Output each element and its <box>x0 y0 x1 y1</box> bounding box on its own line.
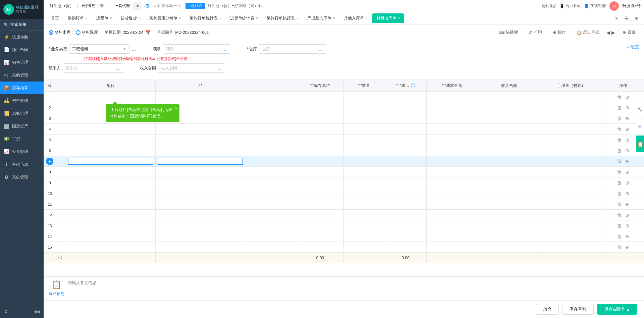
cell[interactable] <box>297 242 343 253</box>
info-icon[interactable]: ⓘ <box>411 83 415 88</box>
right-side-btn-3[interactable]: 📋 <box>636 136 644 152</box>
cell[interactable] <box>297 102 343 113</box>
copy-row-btn[interactable]: ⊕ <box>624 212 631 218</box>
tab-close-icon[interactable]: × <box>110 16 112 20</box>
cell[interactable] <box>156 199 245 210</box>
tooltip-close-btn[interactable]: × <box>175 105 177 112</box>
cell[interactable] <box>426 113 478 124</box>
copy-row-btn[interactable]: ⊕ <box>624 233 631 240</box>
sidebar-item-assets[interactable]: 🏢 固定资产 <box>0 120 44 132</box>
top-nav-finance[interactable]: +好业财（普） <box>79 2 111 10</box>
cell[interactable] <box>297 145 343 156</box>
cell[interactable] <box>297 199 343 210</box>
project-input[interactable]: 项目 … <box>163 44 230 54</box>
sidebar-item-search[interactable]: 🔍 搜索菜单 <box>0 19 44 31</box>
cell[interactable] <box>385 199 427 210</box>
cell[interactable] <box>385 135 427 145</box>
sidebar-item-sales[interactable]: 📊 销售管理 <box>0 56 44 69</box>
warehouse-dots[interactable]: … <box>318 46 323 52</box>
cell[interactable] <box>426 242 478 253</box>
project-dots[interactable]: … <box>222 46 227 52</box>
cell[interactable] <box>297 135 343 145</box>
cell[interactable] <box>385 231 427 242</box>
handler-dots[interactable]: … <box>115 65 120 71</box>
delete-row-btn[interactable]: 🗑 <box>616 212 623 218</box>
cell[interactable] <box>478 167 540 177</box>
save-draft-button[interactable]: 保存草稿 <box>562 304 594 315</box>
cell[interactable] <box>385 188 427 199</box>
cell[interactable] <box>478 135 540 145</box>
warehouse-input[interactable]: 仓库 … <box>259 44 326 54</box>
cell[interactable] <box>426 199 478 210</box>
settings-display-btn[interactable]: ⚙ 设置 <box>619 28 639 37</box>
cell[interactable] <box>343 92 385 102</box>
cell-input-2[interactable] <box>156 156 245 167</box>
cell[interactable] <box>245 242 297 253</box>
cell[interactable] <box>66 231 156 242</box>
cell[interactable] <box>156 220 245 231</box>
cell[interactable] <box>343 210 385 220</box>
add-row-btn[interactable]: + <box>46 158 53 165</box>
delete-row-btn[interactable]: 🗑 <box>616 137 623 143</box>
cell[interactable] <box>385 156 427 167</box>
cell[interactable] <box>385 92 427 102</box>
copy-row-btn[interactable]: ⊕ <box>624 115 631 122</box>
cell[interactable] <box>540 220 602 231</box>
cell[interactable] <box>66 124 156 135</box>
delete-row-btn[interactable]: 🗑 <box>616 147 623 154</box>
cell[interactable] <box>540 231 602 242</box>
cell[interactable] <box>426 167 478 177</box>
copy-row-btn[interactable]: ⊕ <box>624 179 631 186</box>
cell[interactable] <box>343 220 385 231</box>
cell[interactable] <box>385 242 427 253</box>
cell[interactable] <box>245 177 297 188</box>
close-all-btn[interactable]: × <box>612 14 621 22</box>
cell[interactable] <box>540 199 602 210</box>
col-settings[interactable]: ⚙ <box>44 80 56 92</box>
cell[interactable] <box>245 102 297 113</box>
notes-input[interactable] <box>68 280 639 297</box>
cell[interactable] <box>156 167 245 177</box>
tab-purchase-return[interactable]: 进货退货× <box>117 13 145 23</box>
right-side-btn-1[interactable]: 🔧 <box>636 101 644 117</box>
tab-in-stat[interactable]: 进货单统计表× <box>226 13 262 23</box>
copy-row-btn[interactable]: ⊕ <box>624 169 631 175</box>
copy-row-btn[interactable]: ⊕ <box>624 126 631 132</box>
cell[interactable] <box>540 124 602 135</box>
add-row-cell[interactable]: + <box>44 156 56 167</box>
copy-row-btn[interactable]: ⊕ <box>624 244 631 251</box>
cell[interactable] <box>426 102 478 113</box>
settings-col-icon[interactable]: ⚙ <box>48 84 52 88</box>
tab-close-icon[interactable]: × <box>219 16 221 20</box>
sidebar-item-operations[interactable]: 📈 经营管理 <box>0 145 44 158</box>
copy-row-btn[interactable]: ⊕ <box>624 104 631 111</box>
tab-close-icon[interactable]: × <box>139 16 141 20</box>
cell[interactable] <box>385 145 427 156</box>
row-input-1[interactable] <box>68 158 153 165</box>
save-new-button[interactable]: 保存&新增 ▲ <box>597 304 637 315</box>
cell[interactable] <box>156 92 245 102</box>
copy-row-btn[interactable]: ⊕ <box>624 158 631 165</box>
cell[interactable] <box>245 145 297 156</box>
tab-close-icon[interactable]: × <box>297 16 299 20</box>
cell[interactable] <box>245 124 297 135</box>
settings-bottom-btn[interactable]: ⚙ <box>3 308 9 315</box>
cell[interactable] <box>540 242 602 253</box>
cell[interactable] <box>343 242 385 253</box>
sidebar-item-finance[interactable]: 💰 资金管理 <box>0 94 44 107</box>
cell[interactable] <box>478 92 540 102</box>
delete-row-btn[interactable]: 🗑 <box>616 104 623 111</box>
delete-row-btn[interactable]: 🗑 <box>616 244 623 251</box>
cell[interactable] <box>297 156 343 167</box>
calendar-icon[interactable]: 📅 <box>145 30 150 35</box>
cell[interactable] <box>297 220 343 231</box>
sidebar-item-quick-nav[interactable]: ⚡ 快捷导航 <box>0 31 44 43</box>
cell[interactable] <box>245 199 297 210</box>
cell[interactable] <box>156 135 245 145</box>
delete-row-btn[interactable]: 🗑 <box>616 94 623 100</box>
cell[interactable] <box>478 177 540 188</box>
cell[interactable] <box>540 92 602 102</box>
cell[interactable] <box>245 220 297 231</box>
handler-input[interactable]: 经手人 … <box>63 63 123 73</box>
discard-button[interactable]: 放弃 <box>536 304 559 315</box>
